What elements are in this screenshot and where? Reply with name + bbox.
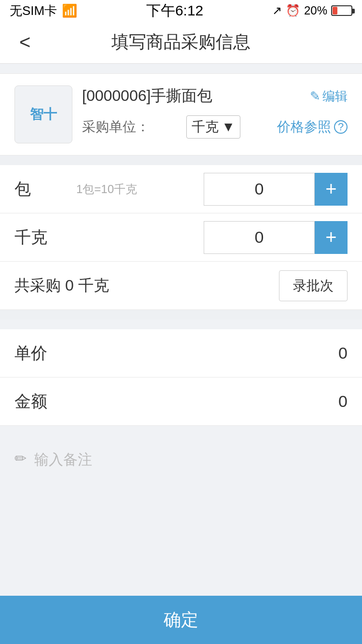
unit-price-value: 0 [338, 344, 348, 363]
status-time: 下午6:12 [146, 1, 203, 21]
bag-input-control: + [204, 173, 348, 206]
remark-section[interactable]: ✏ 输入备注 [0, 435, 362, 532]
battery-percent: 20% [304, 4, 327, 17]
page-title: 填写商品采购信息 [111, 30, 251, 54]
product-image: 智十 [14, 85, 72, 143]
bag-input-row: 包 1包=10千克 + [0, 165, 362, 213]
kg-label: 千克 [14, 226, 72, 249]
carrier-label: 无SIM卡 [10, 2, 57, 19]
product-logo: 智十 [30, 105, 57, 124]
status-bar: 无SIM卡 📶 下午6:12 ↗ ⏰ 20% [0, 0, 362, 21]
edit-button[interactable]: ✎ 编辑 [310, 88, 348, 105]
status-right: ↗ ⏰ 20% [272, 4, 352, 17]
bag-sublabel: 1包=10千克 [76, 182, 204, 197]
product-name-row: [0000006]手撕面包 ✎ 编辑 [82, 85, 348, 107]
price-section: 单价 0 金额 0 [0, 329, 362, 426]
unit-select[interactable]: 千克 ▼ [186, 115, 240, 139]
product-card: 智十 [0000006]手撕面包 ✎ 编辑 采购单位： 千克 ▼ 价格参照 ? [0, 73, 362, 155]
unit-price-label: 单价 [14, 342, 47, 364]
product-name: [0000006]手撕面包 [82, 85, 212, 107]
edit-icon: ✎ [310, 89, 320, 104]
kg-input-row: 千克 + [0, 213, 362, 262]
divider-2 [0, 310, 362, 320]
unit-row: 采购单位： 千克 ▼ 价格参照 ? [82, 115, 348, 139]
batch-button[interactable]: 录批次 [279, 270, 348, 301]
kg-plus-button[interactable]: + [315, 221, 348, 254]
unit-label: 采购单位： [82, 118, 150, 136]
bag-quantity-input[interactable] [204, 173, 315, 206]
price-ref-button[interactable]: 价格参照 ? [277, 118, 348, 136]
bag-plus-button[interactable]: + [315, 173, 348, 206]
nav-bar: < 填写商品采购信息 [0, 21, 362, 64]
amount-label: 金额 [14, 391, 47, 413]
unit-price-row: 单价 0 [0, 329, 362, 378]
total-row: 共采购 0 千克 录批次 [0, 262, 362, 310]
pencil-icon: ✏ [14, 450, 27, 467]
alarm-icon: ⏰ [286, 4, 300, 17]
info-icon: ? [334, 120, 348, 134]
kg-quantity-input[interactable] [204, 221, 315, 254]
amount-value: 0 [338, 392, 348, 411]
product-info: [0000006]手撕面包 ✎ 编辑 采购单位： 千克 ▼ 价格参照 ? [82, 85, 348, 139]
bag-label: 包 [14, 178, 72, 200]
kg-input-control: + [204, 221, 348, 254]
back-button[interactable]: < [14, 27, 35, 58]
chevron-down-icon: ▼ [222, 119, 235, 135]
remark-input[interactable]: 输入备注 [34, 450, 92, 470]
location-icon: ↗ [272, 4, 282, 17]
battery-icon [331, 5, 352, 16]
amount-row: 金额 0 [0, 378, 362, 426]
total-text: 共采购 0 千克 [14, 275, 109, 296]
wifi-icon: 📶 [62, 3, 77, 18]
divider-1 [0, 155, 362, 165]
input-section: 包 1包=10千克 + 千克 + [0, 165, 362, 262]
status-left: 无SIM卡 📶 [10, 2, 77, 19]
confirm-button[interactable]: 确定 [0, 596, 362, 644]
